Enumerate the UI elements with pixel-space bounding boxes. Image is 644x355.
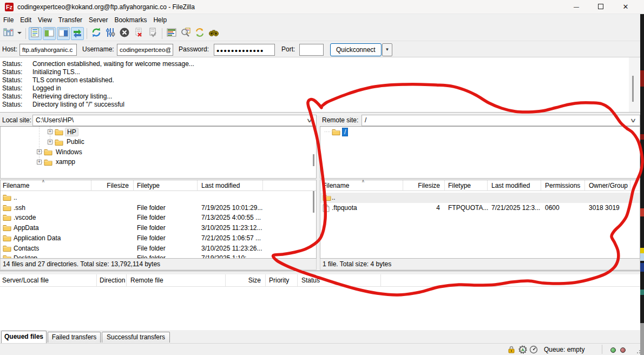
queue-column-size[interactable]: Size [248, 277, 261, 284]
queue-column-direction[interactable]: Direction [100, 277, 125, 284]
tree-item-hp[interactable]: +HP [48, 127, 78, 136]
queue-column-server-local-file[interactable]: Server/Local file [2, 277, 49, 284]
toggle-local-tree-button[interactable] [43, 27, 56, 40]
tree-item-root[interactable]: / [332, 127, 348, 136]
cancel-button[interactable] [118, 27, 131, 40]
site-manager-button[interactable] [2, 27, 15, 40]
speed-limits-icon[interactable] [529, 345, 538, 355]
toggle-remote-tree-button[interactable] [57, 27, 70, 40]
refresh-button[interactable] [90, 27, 103, 40]
auto-transfer-mode-icon[interactable]: A [518, 345, 527, 355]
column-separator[interactable] [96, 274, 97, 286]
menu-item-transfer[interactable]: Transfer [55, 15, 86, 25]
log-scrollbar-track[interactable] [629, 57, 640, 112]
queue-column-status[interactable]: Status [301, 277, 320, 284]
row-file-icon [323, 204, 330, 214]
menu-item-help[interactable]: Help [150, 15, 170, 25]
column-separator[interactable] [262, 180, 263, 191]
column-header-permissions[interactable]: Permissions [545, 182, 580, 189]
column-header-last-modified[interactable]: Last modified [201, 182, 240, 189]
tree-item-public[interactable]: +Public [48, 137, 86, 147]
sort-ascending-icon: ∧ [362, 179, 365, 183]
search-button[interactable] [179, 27, 192, 40]
menu-item-edit[interactable]: Edit [17, 15, 35, 25]
expand-icon[interactable]: + [48, 129, 52, 134]
queue-column-priority[interactable]: Priority [269, 277, 289, 284]
local-list-scrollbar-thumb[interactable] [313, 191, 314, 213]
column-separator[interactable] [380, 274, 381, 286]
menu-item-view[interactable]: View [35, 15, 55, 25]
menu-item-file[interactable]: File [0, 15, 17, 25]
column-separator[interactable] [225, 274, 226, 286]
column-separator[interactable] [126, 274, 127, 286]
menu-item-bookmarks[interactable]: Bookmarks [111, 15, 150, 25]
column-separator[interactable] [487, 180, 488, 191]
column-header-filename[interactable]: Filename [323, 182, 349, 189]
column-separator[interactable] [297, 274, 298, 286]
queue-column-remote-file[interactable]: Remote file [130, 277, 163, 284]
disconnect-button[interactable] [132, 27, 145, 40]
filter-button[interactable] [165, 27, 178, 40]
toggle-message-log-button[interactable] [29, 27, 42, 40]
tree-item-xampp[interactable]: +xampp [37, 157, 77, 167]
quickconnect-dropdown-button[interactable]: ▼ [382, 43, 392, 56]
file-row[interactable]: .. [320, 193, 640, 203]
column-header-filename[interactable]: Filename [3, 182, 29, 189]
synchronized-browsing-button[interactable] [193, 27, 206, 40]
expand-icon[interactable]: + [48, 140, 52, 144]
column-header-filetype[interactable]: Filetype [137, 182, 160, 189]
dropdown-arrow-button[interactable] [16, 27, 23, 40]
log-scrollbar-thumb[interactable] [632, 76, 634, 102]
port-input[interactable] [299, 44, 324, 56]
column-separator[interactable] [197, 180, 198, 191]
column-separator[interactable] [265, 274, 266, 286]
toggle-transfer-queue-button[interactable] [71, 27, 84, 40]
close-button[interactable]: ✕ [614, 0, 638, 14]
local-site-combobox[interactable]: C:\Users\HP\∨ [32, 115, 317, 126]
tree-item-windows[interactable]: +Windows [37, 147, 84, 156]
file-row[interactable]: AppDataFile folder3/10/2025 11:23:12... [1, 223, 316, 233]
column-header-filesize[interactable]: Filesize [107, 182, 129, 189]
chevron-down-icon[interactable]: ∨ [306, 115, 313, 126]
combobox-value: / [365, 116, 366, 124]
password-input[interactable] [214, 44, 275, 56]
column-header-owner-group[interactable]: Owner/Group [589, 182, 628, 189]
column-separator[interactable] [403, 180, 403, 191]
column-header-filetype[interactable]: Filetype [448, 182, 471, 189]
tab-successful-transfers[interactable]: Successful transfers [102, 332, 170, 343]
expand-icon[interactable]: + [37, 160, 42, 165]
column-separator[interactable] [133, 180, 134, 191]
file-row[interactable]: .sshFile folder7/19/2025 10:01:29... [1, 203, 316, 213]
column-header-filesize[interactable]: Filesize [418, 182, 440, 189]
column-separator[interactable] [444, 180, 445, 191]
local-tree-scrollbar-thumb[interactable] [313, 154, 314, 166]
edge-fragment [640, 253, 644, 261]
quickconnect-button[interactable]: Quickconnect [330, 43, 382, 56]
tab-queued-files[interactable]: Queued files [1, 331, 47, 343]
username-input[interactable] [117, 44, 173, 56]
file-row[interactable]: .. [1, 193, 316, 203]
file-row[interactable]: .vscodeFile folder7/13/2025 4:00:55 ... [1, 213, 316, 223]
row-folder-icon [3, 245, 11, 253]
chevron-down-icon[interactable]: ∨ [630, 115, 637, 126]
column-separator[interactable] [630, 180, 630, 191]
file-row[interactable]: DesktopFile folder7/19/2025 1:10:... [1, 253, 316, 258]
expand-icon[interactable]: + [37, 149, 42, 154]
minimize-button[interactable]: — [564, 0, 588, 14]
tab-failed-transfers[interactable]: Failed transfers [48, 332, 101, 343]
folder-icon [55, 128, 63, 135]
process-queue-button[interactable] [104, 27, 117, 40]
file-row[interactable]: ContactsFile folder3/10/2025 11:23:26... [1, 244, 316, 254]
file-row[interactable]: .ftpquota4FTPQUOTA...7/21/2025 12:3...06… [320, 203, 640, 213]
column-header-last-modified[interactable]: Last modified [491, 182, 530, 189]
host-input[interactable] [19, 44, 77, 56]
file-row[interactable]: Application DataFile folder7/21/2025 1:0… [1, 233, 316, 244]
column-separator[interactable] [584, 180, 585, 191]
menu-item-server[interactable]: Server [86, 15, 111, 25]
remote-site-combobox[interactable]: /∨ [362, 115, 640, 126]
column-separator[interactable] [541, 180, 541, 191]
reconnect-button[interactable] [146, 27, 159, 40]
maximize-button[interactable] [589, 0, 613, 14]
column-separator[interactable] [91, 180, 91, 191]
directory-comparison-button[interactable] [207, 27, 220, 40]
